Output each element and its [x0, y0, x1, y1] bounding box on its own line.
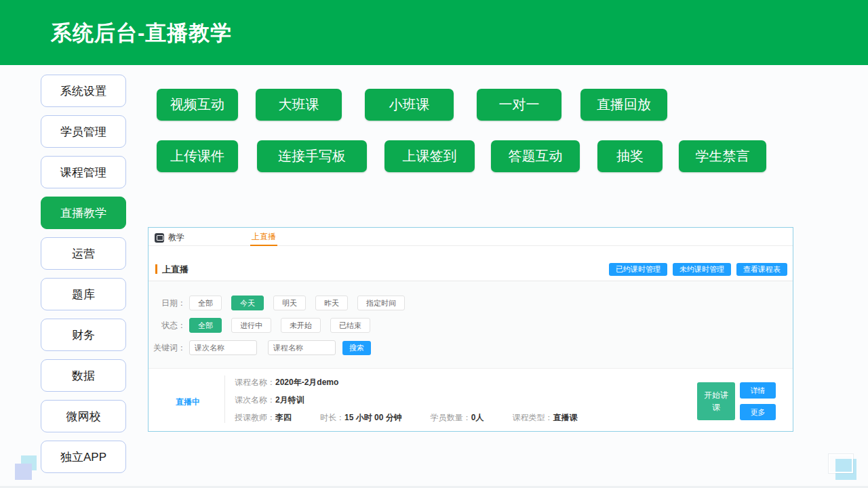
date-option-yesterday[interactable]: 昨天 — [315, 296, 348, 310]
sidebar-item-finance[interactable]: 财务 — [41, 319, 126, 351]
session-name-value: 2月特训 — [275, 394, 304, 406]
decor-square-frame-right — [829, 454, 853, 473]
course-type-label: 课程类型： — [512, 412, 553, 424]
feature-class-signin[interactable]: 上课签到 — [384, 140, 475, 172]
status-option-in-progress[interactable]: 进行中 — [231, 318, 271, 333]
keyword-filter-row: 关键词： 搜索 — [149, 340, 793, 355]
sidebar-item-student-management[interactable]: 学员管理 — [41, 115, 126, 148]
date-option-all[interactable]: 全部 — [189, 296, 222, 310]
course-row: 直播中 课程名称： 2020年-2月demo 课次名称： 2月特训 授课教师： … — [149, 368, 793, 431]
course-name-line: 课程名称： 2020年-2月demo — [235, 377, 606, 388]
filter-area: 日期： 全部 今天 明天 昨天 指定时间 状态： 全部 进行中 未开始 已结束 … — [149, 281, 793, 368]
decor-square-lavender-left — [15, 464, 32, 480]
course-name-input[interactable] — [268, 340, 336, 355]
course-name-label: 课程名称： — [235, 377, 275, 388]
page-title: 系统后台-直播教学 — [51, 19, 232, 47]
course-details: 课程名称： 2020年-2月demo 课次名称： 2月特训 授课教师： 李四 时… — [235, 377, 606, 424]
teaching-app-icon — [155, 233, 164, 243]
sidebar-item-live-teaching[interactable]: 直播教学 — [41, 197, 126, 229]
booked-lessons-button[interactable]: 已约课时管理 — [609, 263, 667, 276]
teacher-label: 授课教师： — [235, 412, 275, 424]
date-filter-label: 日期： — [149, 298, 186, 309]
sidebar-item-standalone-app[interactable]: 独立APP — [41, 441, 126, 473]
live-status-badge: 直播中 — [176, 396, 200, 408]
feature-small-class[interactable]: 小班课 — [365, 89, 454, 121]
status-option-ended[interactable]: 已结束 — [330, 318, 370, 333]
section-accent-bar — [155, 264, 157, 274]
start-teaching-button[interactable]: 开始讲课 — [697, 382, 735, 420]
status-filter-options: 全部 进行中 未开始 已结束 — [189, 318, 370, 333]
teacher-pair: 授课教师： 李四 — [235, 412, 292, 424]
detail-button[interactable]: 详情 — [740, 382, 776, 399]
course-type-pair: 课程类型： 直播课 — [512, 412, 577, 424]
date-filter-row: 日期： 全部 今天 明天 昨天 指定时间 — [149, 296, 793, 310]
students-value: 0人 — [471, 412, 484, 424]
feature-mute-students[interactable]: 学生禁言 — [679, 140, 766, 172]
session-name-line: 课次名称： 2月特训 — [235, 394, 606, 406]
course-name-value: 2020年-2月demo — [275, 377, 338, 388]
feature-connect-tablet[interactable]: 连接手写板 — [257, 140, 367, 172]
app-label-group: 教学 — [155, 232, 184, 243]
panel-tabbar: 教学 上直播 — [149, 228, 793, 246]
course-type-value: 直播课 — [553, 412, 577, 424]
status-option-not-started[interactable]: 未开始 — [281, 318, 321, 333]
feature-one-on-one[interactable]: 一对一 — [477, 89, 561, 121]
more-button[interactable]: 更多 — [740, 404, 776, 420]
feature-live-replay[interactable]: 直播回放 — [580, 89, 667, 121]
feature-video-interaction[interactable]: 视频互动 — [157, 89, 238, 121]
top-banner: 系统后台-直播教学 — [0, 0, 868, 65]
status-option-all[interactable]: 全部 — [189, 318, 222, 333]
duration-pair: 时长： 15 小时 00 分钟 — [320, 412, 402, 424]
view-schedule-button[interactable]: 查看课程表 — [736, 263, 787, 276]
sidebar-item-operations[interactable]: 运营 — [41, 237, 126, 270]
date-option-today[interactable]: 今天 — [231, 296, 264, 310]
teacher-value: 李四 — [275, 412, 292, 424]
row-divider — [224, 375, 225, 423]
sidebar-item-system-settings[interactable]: 系统设置 — [41, 75, 126, 107]
sidebar-item-data[interactable]: 数据 — [41, 359, 126, 392]
feature-lucky-draw[interactable]: 抽奖 — [597, 140, 663, 172]
feature-quiz-interaction[interactable]: 答题互动 — [491, 140, 580, 172]
section-title: 上直播 — [162, 264, 189, 276]
session-name-label: 课次名称： — [235, 394, 275, 406]
date-filter-options: 全部 今天 明天 昨天 指定时间 — [189, 296, 405, 310]
status-filter-label: 状态： — [149, 320, 186, 331]
sidebar-item-course-management[interactable]: 课程管理 — [41, 156, 126, 188]
session-name-input[interactable] — [189, 340, 257, 355]
feature-upload-courseware[interactable]: 上传课件 — [157, 140, 238, 172]
duration-value: 15 小时 00 分钟 — [344, 412, 402, 424]
app-label: 教学 — [168, 232, 184, 243]
sidebar: 系统设置 学员管理 课程管理 直播教学 运营 题库 财务 数据 微网校 独立AP… — [41, 75, 126, 473]
duration-label: 时长： — [320, 412, 344, 424]
sidebar-item-question-bank[interactable]: 题库 — [41, 278, 126, 310]
tab-go-live[interactable]: 上直播 — [250, 228, 277, 246]
keyword-filter-label: 关键词： — [149, 342, 186, 354]
feature-large-class[interactable]: 大班课 — [256, 89, 342, 121]
header-button-group: 已约课时管理 未约课时管理 查看课程表 — [609, 263, 787, 276]
search-button[interactable]: 搜索 — [342, 341, 371, 355]
sidebar-item-micro-school[interactable]: 微网校 — [41, 400, 126, 432]
date-option-tomorrow[interactable]: 明天 — [273, 296, 306, 310]
students-pair: 学员数量： 0人 — [431, 412, 484, 424]
status-filter-row: 状态： 全部 进行中 未开始 已结束 — [149, 318, 793, 333]
section-header: 上直播 已约课时管理 未约课时管理 查看课程表 — [149, 258, 793, 281]
students-label: 学员数量： — [431, 412, 471, 424]
course-meta-line: 授课教师： 李四 时长： 15 小时 00 分钟 学员数量： 0人 课程类型： … — [235, 412, 606, 424]
unbooked-lessons-button[interactable]: 未约课时管理 — [673, 263, 731, 276]
date-option-custom-time[interactable]: 指定时间 — [357, 296, 405, 310]
live-admin-panel: 教学 上直播 上直播 已约课时管理 未约课时管理 查看课程表 日期： 全部 今天… — [148, 227, 793, 432]
